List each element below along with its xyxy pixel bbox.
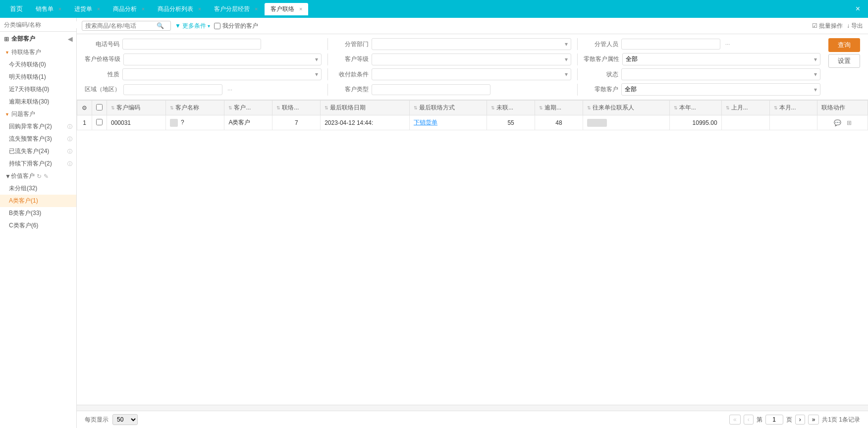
sidebar-item-a-class[interactable]: A类客户(1) [0, 195, 76, 207]
nav-tab-sales[interactable]: 销售单 × [30, 3, 67, 15]
close-analysis-tab[interactable]: × [142, 6, 145, 12]
sidebar-item-b-class[interactable]: B类客户(33) [0, 207, 76, 219]
last-method-link[interactable]: 下销货单 [414, 119, 437, 126]
sidebar-item-overdue[interactable]: 逾期未联络(30) [0, 96, 76, 108]
refresh-icon[interactable]: ↻ [37, 173, 42, 180]
nav-home[interactable]: 首页 [4, 2, 29, 15]
filter-cell-phone: 电话号码 [85, 39, 322, 50]
divider-7 [327, 84, 328, 96]
th-code-sort[interactable]: ⇅ [111, 106, 115, 110]
nav-tab-customer-segment[interactable]: 客户分层经营 × [208, 3, 264, 15]
filter-row-4: 区域（地区） ··· 客户类型 零散客户 [85, 83, 820, 96]
th-unit-sort[interactable]: ⇅ [587, 106, 591, 110]
th-gear[interactable]: ⚙ [77, 101, 92, 115]
sidebar-group-pending[interactable]: ▼ 待联络客户 [0, 46, 76, 58]
th-type-sort[interactable]: ⇅ [228, 106, 232, 110]
sidebar-item-churn-warning[interactable]: 流失预警客户(3) ⓘ [0, 133, 76, 145]
settings-button[interactable]: 设置 [828, 54, 860, 68]
dept-select[interactable]: ▾ [372, 38, 571, 50]
sidebar-item-churned[interactable]: 已流失客户(24) ⓘ [0, 145, 76, 158]
nav-close-all[interactable]: × [852, 4, 864, 13]
filter-row-3: 性质 ▾ 收付款条件 ▾ [85, 68, 820, 80]
next-page-btn[interactable]: › [795, 415, 805, 425]
phone-label: 电话号码 [85, 40, 119, 49]
close-sales-tab[interactable]: × [58, 6, 61, 12]
th-name-sort[interactable]: ⇅ [170, 106, 174, 110]
sidebar-item-c-class[interactable]: C类客户(6) [0, 219, 76, 232]
action-more-icon[interactable]: ⊞ [847, 119, 852, 126]
batch-ops-btn[interactable]: ☑ 批量操作 [812, 22, 843, 30]
per-page-select[interactable]: 50 100 200 [112, 414, 138, 425]
select-all-checkbox[interactable] [96, 104, 103, 110]
sidebar-item-7days[interactable]: 近7天待联络(0) [0, 83, 76, 96]
my-customers-checkbox[interactable]: 我分管的客户 [214, 22, 258, 30]
nature-select[interactable]: ▾ [122, 68, 322, 80]
action-message-icon[interactable]: 💬 [834, 119, 841, 126]
nav-tab-analysis-list[interactable]: 商品分析列表 × [152, 3, 207, 15]
horizontal-scrollbar[interactable] [77, 405, 868, 411]
th-check [92, 101, 107, 115]
nav-tab-purchase[interactable]: 进货单 × [68, 3, 106, 15]
sidebar-item-tomorrow[interactable]: 明天待联络(1) [0, 71, 76, 83]
price-caret: ▾ [315, 56, 318, 63]
th-last-method-sort[interactable]: ⇅ [414, 106, 418, 110]
region-dots[interactable]: ··· [225, 86, 234, 93]
th-last-date-sort[interactable]: ⇅ [325, 106, 328, 110]
sidebar-item-ungrouped[interactable]: 未分组(32) [0, 182, 76, 195]
close-purchase-tab[interactable]: × [97, 6, 100, 12]
divider-2 [577, 38, 578, 50]
more-filters-btn[interactable]: ▼ 更多条件 ▾ [175, 22, 210, 30]
edit-icon[interactable]: ✎ [44, 173, 49, 180]
cust-level-label: 客户等级 [334, 55, 369, 63]
th-contacts-sort[interactable]: ⇅ [276, 106, 280, 110]
main-search-icon[interactable]: 🔍 [157, 22, 164, 29]
query-button[interactable]: 查询 [828, 38, 860, 52]
first-page-btn[interactable]: « [729, 415, 741, 425]
sidebar-search-input[interactable] [4, 21, 78, 28]
th-overdue: ⇅ 逾期... [535, 101, 583, 115]
last-page-btn[interactable]: » [808, 415, 819, 425]
phone-input[interactable] [122, 39, 261, 50]
sidebar-item-repurchase-abnormal[interactable]: 回购异常客户(2) ⓘ [0, 120, 76, 133]
th-this-month-sort[interactable]: ⇅ [774, 106, 778, 110]
sidebar-item-declining[interactable]: 持续下滑客户(2) ⓘ [0, 158, 76, 170]
close-analysis-list-tab[interactable]: × [198, 6, 201, 12]
price-level-select[interactable]: ▾ [123, 54, 322, 65]
sidebar-all-customers[interactable]: ⊞ 全部客户 ◀ [0, 32, 76, 46]
per-page-label: 每页显示 [85, 416, 108, 424]
main-search-input[interactable] [85, 22, 155, 29]
staff-dots[interactable]: ··· [723, 41, 732, 48]
nav-tab-analysis[interactable]: 商品分析 × [107, 3, 151, 15]
th-this-year-sort[interactable]: ⇅ [674, 106, 678, 110]
row-checkbox[interactable] [96, 119, 103, 125]
nature-label: 性质 [85, 70, 119, 79]
th-no-contact-sort[interactable]: ⇅ [491, 106, 495, 110]
staff-input[interactable] [621, 39, 720, 50]
th-overdue-sort[interactable]: ⇅ [539, 106, 543, 110]
sidebar-group-problem[interactable]: ▼ 问题客户 [0, 108, 76, 120]
nav-tab-customer-contact[interactable]: 客户联络 × [265, 3, 308, 15]
my-customers-check[interactable] [214, 23, 220, 29]
prev-page-btn[interactable]: ‹ [744, 415, 754, 425]
region-input[interactable] [123, 84, 222, 95]
close-contact-tab[interactable]: × [299, 6, 302, 12]
page-input[interactable] [765, 415, 783, 425]
cust-type-input[interactable] [372, 84, 490, 95]
gear-icon[interactable]: ⚙ [82, 105, 87, 111]
export-btn[interactable]: ↓ 导出 [847, 22, 863, 30]
th-last-month-sort[interactable]: ⇅ [726, 106, 730, 110]
sidebar-item-today[interactable]: 今天待联络(0) [0, 58, 76, 71]
td-unit-contact [583, 115, 669, 130]
cust-level-select[interactable]: ▾ [372, 54, 571, 65]
retail-cust-select[interactable]: 全部 ▾ [621, 83, 820, 96]
payment-select[interactable]: ▾ [372, 68, 571, 80]
collapse-sidebar-btn[interactable]: ◀ [68, 36, 72, 43]
td-no: 1 [77, 115, 92, 130]
payment-caret: ▾ [565, 71, 568, 78]
retail-attr-select[interactable]: 全部 ▾ [622, 53, 820, 65]
content-area: 🔍 ▼ 更多条件 ▾ 我分管的客户 ☑ 批量操作 ↓ 导出 [77, 18, 868, 428]
status-select[interactable]: ▾ [621, 68, 820, 80]
triangle-icon-problem: ▼ [5, 112, 9, 117]
close-segment-tab[interactable]: × [255, 6, 258, 12]
dept-caret: ▾ [565, 41, 568, 48]
